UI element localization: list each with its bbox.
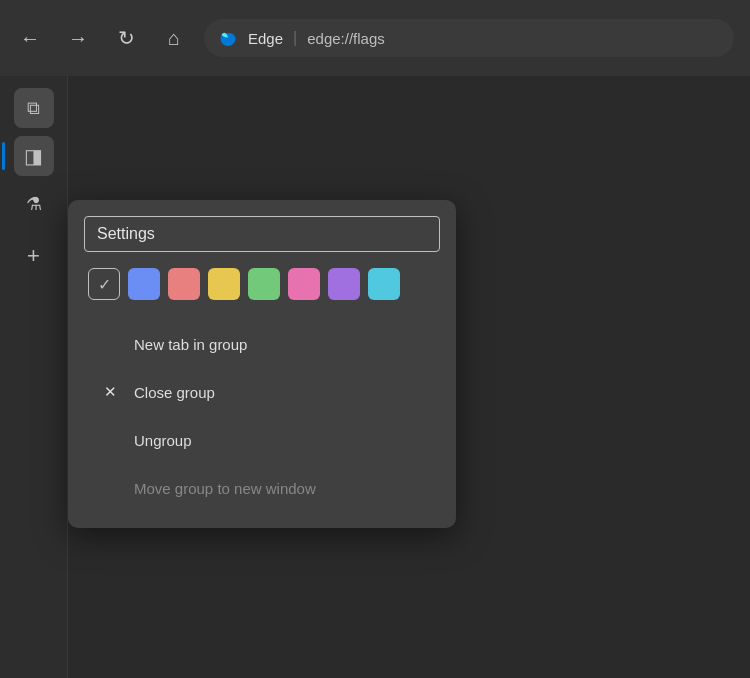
- ungroup-label: Ungroup: [134, 432, 192, 449]
- close-group-label: Close group: [134, 384, 215, 401]
- color-swatch-yellow[interactable]: [208, 268, 240, 300]
- color-swatch-cyan[interactable]: [368, 268, 400, 300]
- sidebar: ⧉ ◨ ⚗ +: [0, 76, 68, 678]
- group-name-input[interactable]: [84, 216, 440, 252]
- ungroup-item[interactable]: Ungroup: [84, 416, 440, 464]
- home-button[interactable]: ⌂: [160, 24, 188, 52]
- edge-logo-icon: [218, 28, 238, 48]
- plus-icon: +: [27, 243, 40, 269]
- color-swatch-hotpink[interactable]: [288, 268, 320, 300]
- color-swatch-pink[interactable]: [168, 268, 200, 300]
- check-icon: ✓: [98, 275, 111, 294]
- browser-title: Edge: [248, 30, 283, 47]
- sidebar-icon-theme[interactable]: ◨: [14, 136, 54, 176]
- color-swatch-blue[interactable]: [128, 268, 160, 300]
- back-button[interactable]: ←: [16, 24, 44, 52]
- color-swatch-check[interactable]: ✓: [88, 268, 120, 300]
- close-group-item[interactable]: ✕ Close group: [84, 368, 440, 416]
- flask-icon: ⚗: [26, 193, 42, 215]
- move-group-label: Move group to new window: [134, 480, 316, 497]
- address-url: edge://flags: [307, 30, 385, 47]
- new-tab-spacer: [100, 334, 120, 354]
- address-divider: |: [293, 29, 297, 47]
- nav-buttons: ← → ↻ ⌂: [16, 24, 188, 52]
- sidebar-icon-flask[interactable]: ⚗: [14, 184, 54, 224]
- forward-button[interactable]: →: [64, 24, 92, 52]
- close-icon: ✕: [100, 382, 120, 402]
- new-tab-in-group-item[interactable]: New tab in group: [84, 320, 440, 368]
- browser-bar: ← → ↻ ⌂ Edge | edge://flags: [0, 0, 750, 76]
- theme-icon: ◨: [24, 144, 43, 168]
- move-group-item: Move group to new window: [84, 464, 440, 512]
- move-group-spacer: [100, 478, 120, 498]
- new-tab-in-group-label: New tab in group: [134, 336, 247, 353]
- color-swatches: ✓: [84, 268, 440, 300]
- color-swatch-green[interactable]: [248, 268, 280, 300]
- tabs-icon: ⧉: [27, 98, 40, 119]
- sidebar-add-button[interactable]: +: [14, 236, 54, 276]
- color-swatch-purple[interactable]: [328, 268, 360, 300]
- context-menu: ✓ New tab in group ✕ Close group Ungroup…: [68, 200, 456, 528]
- ungroup-spacer: [100, 430, 120, 450]
- sidebar-icon-tabs[interactable]: ⧉: [14, 88, 54, 128]
- address-bar[interactable]: Edge | edge://flags: [204, 19, 734, 57]
- refresh-button[interactable]: ↻: [112, 24, 140, 52]
